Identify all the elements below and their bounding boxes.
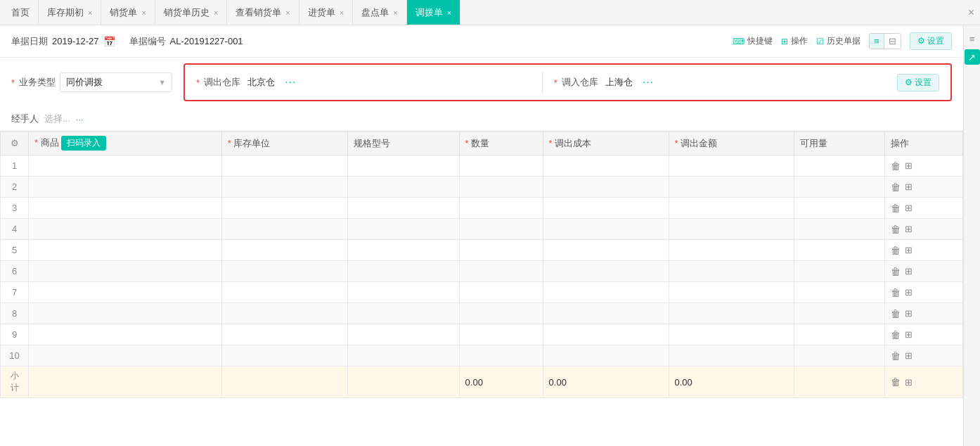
tab-close-transfer[interactable]: ×: [447, 8, 451, 17]
copy-row-button-3[interactable]: ⊞: [905, 203, 913, 213]
delete-row-button-5[interactable]: 🗑: [891, 245, 901, 256]
in-warehouse-value: 上海仓: [605, 76, 633, 89]
row-num-11: 小计: [1, 367, 29, 398]
history-button[interactable]: ☑ 历史单据: [816, 35, 860, 47]
copy-row-button-6[interactable]: ⊞: [905, 266, 913, 276]
person-select[interactable]: 选择...: [44, 113, 70, 125]
delete-row-button-11[interactable]: 🗑: [891, 376, 901, 388]
unit-cell-5: [221, 240, 347, 261]
date-label: 单据日期: [11, 35, 48, 48]
copy-row-button-9[interactable]: ⊞: [905, 329, 913, 340]
delete-row-button-6[interactable]: 🗑: [891, 266, 901, 277]
warehouse-settings-button[interactable]: ⚙ 设置: [897, 74, 939, 91]
number-value: AL-20191227-001: [170, 36, 243, 46]
operations-button[interactable]: ⊞ 操作: [781, 35, 808, 47]
amount-cell-9: [669, 324, 794, 345]
copy-row-button-5[interactable]: ⊞: [905, 245, 913, 255]
delete-row-button-8[interactable]: 🗑: [891, 308, 901, 319]
tab-close-inventory-check[interactable]: ×: [393, 8, 397, 17]
operation-label: 操作: [891, 138, 909, 148]
copy-row-button-1[interactable]: ⊞: [905, 160, 913, 171]
tab-inventory-check-label: 盘点单: [361, 6, 389, 19]
out-warehouse-more-button[interactable]: ···: [285, 76, 296, 89]
delete-row-button-1[interactable]: 🗑: [891, 160, 901, 172]
header-row: 单据日期 2019-12-27 📅 单据编号 AL-20191227-001 ⌨…: [0, 25, 963, 58]
copy-row-button-8[interactable]: ⊞: [905, 308, 913, 319]
spec-cell-8: [347, 303, 459, 324]
warehouse-divider: [542, 72, 543, 93]
grid-view-icon[interactable]: ⊟: [884, 34, 901, 49]
tab-transfer-label: 调拨单: [415, 6, 443, 19]
amount-cell-4: [669, 219, 794, 240]
sidebar-expand-icon[interactable]: ↗: [965, 49, 980, 65]
window-close-button[interactable]: ×: [968, 6, 974, 19]
goods-cell-9[interactable]: [29, 324, 222, 345]
tab-sales-history[interactable]: 销货单历史 ×: [155, 0, 227, 25]
copy-row-button-2[interactable]: ⊞: [905, 181, 913, 192]
row-num-4: 4: [1, 219, 29, 240]
calendar-icon[interactable]: 📅: [103, 36, 115, 47]
operation-cell-5: 🗑 ⊞: [885, 240, 963, 261]
copy-row-button-7[interactable]: ⊞: [905, 287, 913, 298]
quantity-cell-10: [459, 345, 543, 367]
goods-cell-6[interactable]: [29, 261, 222, 282]
sidebar-list-icon[interactable]: ≡: [965, 31, 980, 46]
scan-button[interactable]: 扫码录入: [61, 136, 106, 151]
goods-cell-8[interactable]: [29, 303, 222, 324]
unit-cell-8: [221, 303, 347, 324]
operation-cell-8: 🗑 ⊞: [885, 303, 963, 324]
copy-row-button-4[interactable]: ⊞: [905, 224, 913, 234]
delete-row-button-4[interactable]: 🗑: [891, 224, 901, 235]
business-type-select[interactable]: 同价调拨 ▼: [60, 72, 172, 92]
tab-sales-order[interactable]: 销货单 ×: [101, 0, 155, 25]
column-cost: * 调出成本: [543, 132, 669, 155]
spec-cell-2: [347, 177, 459, 198]
tab-transfer[interactable]: 调拨单 ×: [407, 0, 460, 25]
column-spec: 规格型号: [347, 132, 459, 155]
goods-cell-7[interactable]: [29, 282, 222, 303]
tab-home[interactable]: 首页: [3, 0, 39, 25]
business-type-field: * 业务类型 同价调拨 ▼: [11, 72, 172, 92]
tab-view-sales[interactable]: 查看销货单 ×: [227, 0, 299, 25]
date-field: 单据日期 2019-12-27 📅: [11, 35, 115, 48]
quantity-cell-8: [459, 303, 543, 324]
business-type-label: 业务类型: [19, 76, 56, 89]
tab-close-sales-order[interactable]: ×: [141, 8, 146, 17]
tab-inventory-init[interactable]: 库存期初 ×: [39, 0, 101, 25]
delete-row-button-10[interactable]: 🗑: [891, 350, 901, 362]
table-header-row: ⚙ * 商品 扫码录入 * 库存单位 规格型号 *: [1, 132, 963, 155]
delete-row-button-3[interactable]: 🗑: [891, 203, 901, 214]
tab-close-view-sales[interactable]: ×: [285, 8, 290, 17]
column-gear[interactable]: ⚙: [1, 132, 29, 155]
delete-row-button-9[interactable]: 🗑: [891, 329, 901, 340]
tab-close-purchase[interactable]: ×: [340, 8, 344, 17]
out-warehouse-label: 调出仓库: [204, 76, 240, 89]
goods-cell-5[interactable]: [29, 240, 222, 261]
table-row: 5 🗑 ⊞: [1, 240, 963, 261]
goods-cell-2[interactable]: [29, 177, 222, 198]
tab-close-inventory-init[interactable]: ×: [88, 8, 92, 17]
amount-cell-5: [669, 240, 794, 261]
goods-label: 商品: [41, 137, 59, 148]
operation-cell-10: 🗑 ⊞: [885, 345, 963, 367]
goods-cell-1[interactable]: [29, 155, 222, 177]
unit-label: 库存单位: [233, 138, 270, 148]
goods-cell-10[interactable]: [29, 345, 222, 367]
list-view-icon[interactable]: ≡: [870, 34, 884, 49]
copy-row-button-10[interactable]: ⊞: [905, 350, 913, 361]
table-row: 9 🗑 ⊞: [1, 324, 963, 345]
quantity-label: 数量: [471, 138, 489, 148]
tab-purchase[interactable]: 进货单 ×: [299, 0, 353, 25]
goods-cell-3[interactable]: [29, 198, 222, 219]
copy-row-button-11[interactable]: ⊞: [905, 377, 913, 388]
tab-inventory-check[interactable]: 盘点单 ×: [353, 0, 406, 25]
tab-close-sales-history[interactable]: ×: [214, 8, 218, 17]
delete-row-button-2[interactable]: 🗑: [891, 181, 901, 193]
goods-cell-4[interactable]: [29, 219, 222, 240]
person-more-button[interactable]: ···: [76, 114, 84, 125]
delete-row-button-7[interactable]: 🗑: [891, 287, 901, 298]
in-warehouse-more-button[interactable]: ···: [643, 76, 654, 89]
shortcuts-button[interactable]: ⌨ 快捷键: [733, 35, 773, 47]
settings-button[interactable]: ⚙ 设置: [910, 32, 952, 50]
available-cell-7: [794, 282, 885, 303]
